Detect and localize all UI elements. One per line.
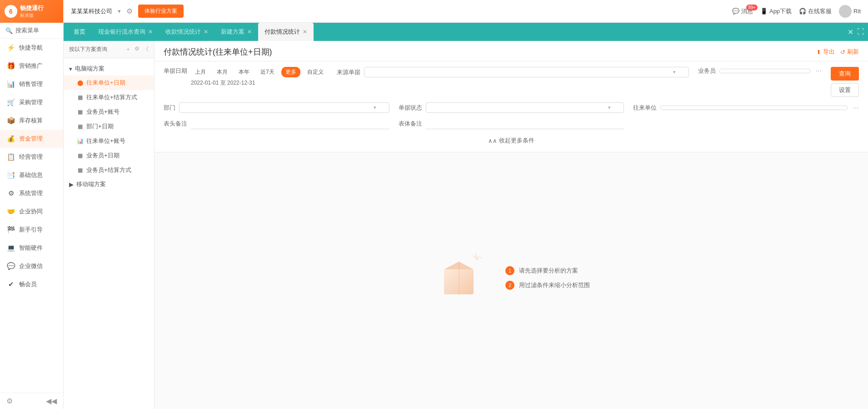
page-title: 付款情况统计(往来单位+日期) [164,46,272,57]
desktop-group-header[interactable]: ▾ 电脑端方案 [64,62,154,76]
date-option-last-month[interactable]: 上月 [191,67,210,77]
sidebar-item-member[interactable]: ✔ 畅会员 [0,275,63,293]
source-select[interactable]: ▾ [364,67,689,77]
settings-button[interactable]: 设置 [831,83,859,97]
tab-cashflow-close[interactable]: ✕ [148,29,153,35]
online-service-button[interactable]: 🎧 在线客服 [799,7,832,15]
date-option-custom[interactable]: 自定义 [303,67,328,77]
tab-cashflow-label: 现金银行流水查询 [98,28,145,36]
scheme-staff-date[interactable]: ▦ 业务员+日期 [64,148,154,163]
sidebar-item-quick-nav[interactable]: ⚡ 快捷导航 [0,39,63,57]
tab-expand-button[interactable]: ⛶ [857,28,864,36]
header-note-input[interactable] [191,118,389,129]
search-menu[interactable]: 🔍 搜索菜单 [0,23,63,39]
scheme-chart-icon: 📊 [76,137,84,145]
scheme-label: 业务员+日期 [86,151,120,160]
mobile-scheme-group: ▶ 移动端方案 [64,177,154,191]
tab-cashflow[interactable]: 现金银行流水查询 ✕ [92,23,159,41]
scheme-unit-settlement[interactable]: ▦ 往来单位+结算方式 [64,90,154,105]
logo-main-text: 畅捷通行 [20,4,44,12]
sidebar-item-basic-info[interactable]: 📑 基础信息 [0,166,63,184]
staff-input[interactable] [719,69,810,73]
sidebar-item-finance[interactable]: 💰 资金管理 [0,130,63,148]
partner-input[interactable] [660,106,847,110]
collapse-panel-icon[interactable]: 《 [143,45,149,53]
settings-scheme-icon[interactable]: ⚙ [135,45,140,53]
sidebar-gear-button[interactable]: ⚙ [6,397,13,405]
tab-payment-stat[interactable]: 付款情况统计 ✕ [258,23,314,41]
sidebar-item-purchase[interactable]: 🛒 采购管理 [0,93,63,111]
export-button[interactable]: ⬆ 导出 [816,48,835,56]
tab-receivable[interactable]: 收款情况统计 ✕ [159,23,215,41]
staff-more-icon[interactable]: ··· [816,67,822,75]
desktop-scheme-group: ▾ 电脑端方案 ⬤ 往来单位+日期 ▦ 往来单位+结算方式 ▦ 业务员+账号 [64,62,154,177]
sidebar-item-operation[interactable]: 📋 经营管理 [0,148,63,166]
sidebar-item-label: 库存核算 [19,116,43,125]
scheme-tree: ▾ 电脑端方案 ⬤ 往来单位+日期 ▦ 往来单位+结算方式 ▦ 业务员+账号 [64,58,154,409]
tab-payment-stat-close[interactable]: ✕ [303,29,307,35]
scheme-icon: ▦ [76,94,84,101]
message-badge: 99+ [746,5,758,10]
sidebar-item-hardware[interactable]: 💻 智能硬件 [0,239,63,257]
date-option-this-month[interactable]: 本月 [213,67,232,77]
sidebar-item-weichat[interactable]: 💬 企业微信 [0,257,63,275]
date-option-more[interactable]: 更多 [281,67,300,77]
topbar-settings-icon[interactable]: ⚙ [126,7,133,15]
enterprise-icon: 🤝 [6,207,15,216]
doc-status-dropdown-icon: ▾ [608,105,611,111]
message-button[interactable]: 💬 消息 99+ [732,7,753,15]
dept-select[interactable]: ▾ [179,102,389,113]
query-button[interactable]: 查询 [831,67,859,81]
company-dropdown-icon[interactable]: ▾ [118,8,121,15]
tab-new-scheme-label: 新建方案 [221,28,244,36]
partner-more-icon[interactable]: ··· [853,104,859,112]
doc-status-select[interactable]: ▾ [426,102,624,113]
sidebar-item-sys-mgmt[interactable]: ⚙ 系统管理 [0,184,63,202]
scheme-icon: ▦ [76,167,84,174]
sidebar-item-label: 企业微信 [19,262,43,270]
sidebar-item-label: 系统管理 [19,189,43,197]
sidebar-item-guide[interactable]: 🏁 新手引导 [0,221,63,239]
scheme-staff-settlement[interactable]: ▦ 业务员+结算方式 [64,163,154,177]
tab-home[interactable]: 首页 [67,23,92,41]
collapse-conditions-button[interactable]: ∧∧ 收起更多条件 [488,136,534,145]
app-download-button[interactable]: 📱 App下载 [760,7,792,15]
add-scheme-icon[interactable]: ＋ [125,45,131,53]
user-name: Rit [853,8,861,15]
sidebar-item-sales[interactable]: 📊 销售管理 [0,75,63,93]
date-option-this-year[interactable]: 本年 [234,67,254,77]
mobile-group-header[interactable]: ▶ 移动端方案 [64,177,154,191]
sidebar-collapse-button[interactable]: ◀◀ [46,397,57,405]
scheme-unit-date[interactable]: ⬤ 往来单位+日期 [64,76,154,90]
sidebar-item-label: 畅会员 [19,280,37,288]
page-header-actions: ⬆ 导出 ↺ 刷新 [816,48,859,56]
company-name: 某某某科技公司 [71,7,112,15]
sidebar: 6 畅捷通行 标准版 🔍 搜索菜单 ⚡ 快捷导航 🎁 营销推广 📊 销售管理 🛒… [0,0,64,409]
scheme-unit-account[interactable]: 📊 往来单位+账号 [64,134,154,148]
date-option-7days[interactable]: 近7天 [256,67,279,77]
scheme-label: 往来单位+结算方式 [86,93,137,101]
collapse-label: 收起更多条件 [499,136,534,145]
scheme-icon: ▦ [76,108,84,116]
scheme-dept-date[interactable]: ▦ 部门+日期 [64,119,154,134]
scheme-active-icon: ⬤ [76,79,84,86]
tab-receivable-close[interactable]: ✕ [204,29,208,35]
user-avatar [839,5,852,18]
refresh-button[interactable]: ↺ 刷新 [840,48,859,56]
sidebar-item-enterprise[interactable]: 🤝 企业协同 [0,202,63,221]
user-menu-button[interactable]: Rit [839,5,861,18]
refresh-icon: ↺ [840,49,845,56]
trial-button[interactable]: 体验行业方案 [138,5,184,18]
purchase-icon: 🛒 [6,98,15,107]
tab-new-scheme[interactable]: 新建方案 ✕ [215,23,258,41]
member-icon: ✔ [6,280,15,289]
dept-label: 部门 [164,104,175,112]
tab-close-all-button[interactable]: ✕ [848,28,853,36]
sidebar-footer: ⚙ ◀◀ [0,393,63,409]
sidebar-item-inventory[interactable]: 📦 库存核算 [0,111,63,130]
body-note-input[interactable] [426,118,624,129]
tab-new-scheme-close[interactable]: ✕ [247,29,252,35]
sidebar-item-label: 销售管理 [19,80,43,88]
scheme-staff-account[interactable]: ▦ 业务员+账号 [64,105,154,119]
sidebar-item-marketing[interactable]: 🎁 营销推广 [0,57,63,75]
